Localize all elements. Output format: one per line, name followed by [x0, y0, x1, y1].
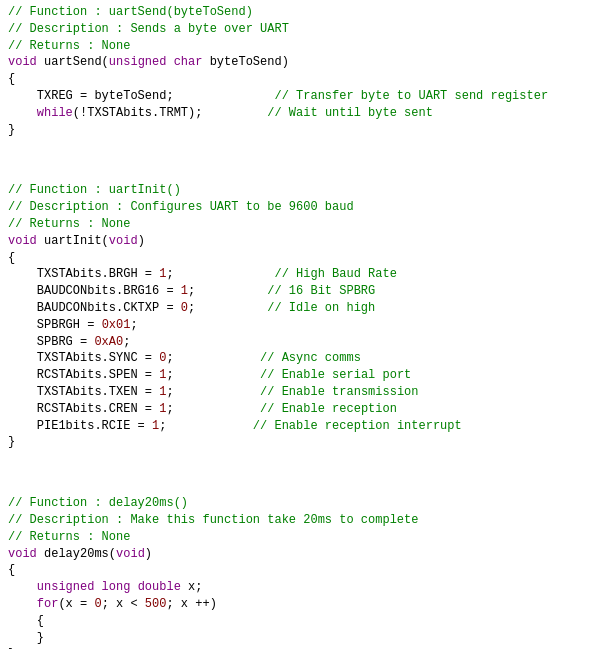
code-line: TXSTAbits.BRGH = 1; // High Baud Rate	[8, 266, 605, 283]
code-line: BAUDCONbits.CKTXP = 0; // Idle on high	[8, 300, 605, 317]
code-line: }	[8, 434, 605, 451]
code-line: RCSTAbits.CREN = 1; // Enable reception	[8, 401, 605, 418]
code-line: unsigned long double x;	[8, 579, 605, 596]
code-line: // Description : Make this function take…	[8, 512, 605, 529]
code-line: void uartInit(void)	[8, 233, 605, 250]
code-line: PIE1bits.RCIE = 1; // Enable reception i…	[8, 418, 605, 435]
code-line: SPBRG = 0xA0;	[8, 334, 605, 351]
code-line: // Function : uartInit()	[8, 182, 605, 199]
spacer1	[8, 146, 605, 164]
section-uartSend: // Function : uartSend(byteToSend) // De…	[8, 4, 605, 138]
code-line: {	[8, 562, 605, 579]
code-line: }	[8, 630, 605, 647]
spacer2	[8, 164, 605, 182]
code-line: // Function : delay20ms()	[8, 495, 605, 512]
code-line: {	[8, 71, 605, 88]
section-uartInit: // Function : uartInit() // Description …	[8, 182, 605, 451]
code-line: // Returns : None	[8, 529, 605, 546]
code-line: // Description : Configures UART to be 9…	[8, 199, 605, 216]
spacer4	[8, 477, 605, 495]
code-line: {	[8, 250, 605, 267]
code-line: SPBRGH = 0x01;	[8, 317, 605, 334]
code-line: {	[8, 613, 605, 630]
code-line: TXSTAbits.TXEN = 1; // Enable transmissi…	[8, 384, 605, 401]
code-line: void uartSend(unsigned char byteToSend)	[8, 54, 605, 71]
code-line: }	[8, 122, 605, 139]
code-editor: // Function : uartSend(byteToSend) // De…	[8, 4, 605, 649]
spacer3	[8, 459, 605, 477]
code-line: for(x = 0; x < 500; x ++)	[8, 596, 605, 613]
code-line: TXREG = byteToSend; // Transfer byte to …	[8, 88, 605, 105]
code-line: // Function : uartSend(byteToSend)	[8, 4, 605, 21]
code-line: while(!TXSTAbits.TRMT); // Wait until by…	[8, 105, 605, 122]
code-line: RCSTAbits.SPEN = 1; // Enable serial por…	[8, 367, 605, 384]
code-line: void delay20ms(void)	[8, 546, 605, 563]
code-line: // Returns : None	[8, 216, 605, 233]
section-delay20ms: // Function : delay20ms() // Description…	[8, 495, 605, 649]
code-line: // Returns : None	[8, 38, 605, 55]
code-line: TXSTAbits.SYNC = 0; // Async comms	[8, 350, 605, 367]
code-line: // Description : Sends a byte over UART	[8, 21, 605, 38]
code-line: BAUDCONbits.BRG16 = 1; // 16 Bit SPBRG	[8, 283, 605, 300]
